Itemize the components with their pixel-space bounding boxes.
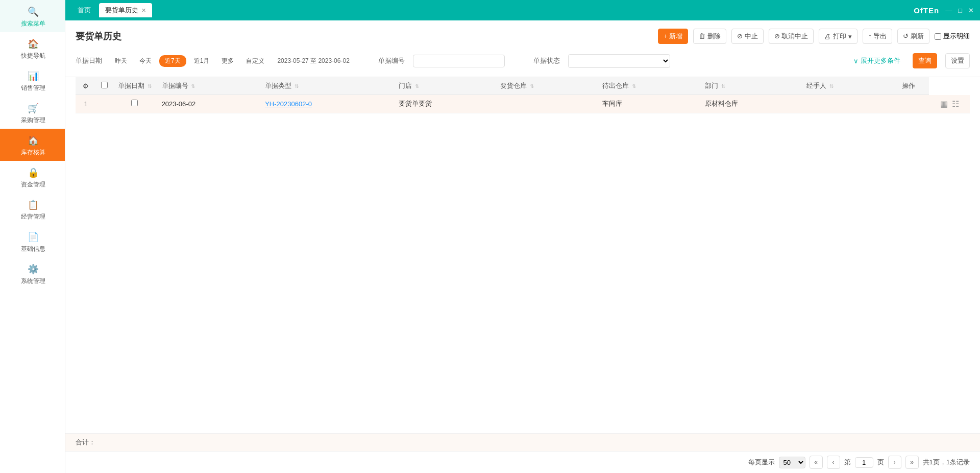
col-pending-warehouse[interactable]: 待出仓库 ⇅	[597, 77, 699, 95]
col-department-label: 部门	[705, 82, 718, 89]
date-btn-today[interactable]: 今天	[135, 55, 156, 67]
date-filter-label: 单据日期	[76, 56, 102, 65]
main-area: 首页 要货单历史 ✕ OfTEn — □ ✕ 要货单历史 + 新增 🗑 删除 ⊘…	[65, 0, 980, 473]
sidebar-item-label: 资金管理	[21, 180, 45, 189]
cancel-stop-button[interactable]: ⊘ 取消中止	[769, 29, 814, 44]
row-checkbox[interactable]	[131, 100, 138, 106]
sidebar-item-label: 采购管理	[21, 116, 45, 125]
sidebar-item-inventory[interactable]: 🏠 库存核算	[0, 129, 65, 161]
row-req-warehouse: 车间库	[597, 95, 699, 113]
page-size-select[interactable]: 10 20 50 100	[779, 457, 805, 468]
expand-label: 展开更多条件	[861, 56, 900, 65]
col-type[interactable]: 单据类型 ⇅	[260, 77, 394, 95]
table-footer: 合计：	[65, 433, 980, 451]
tab-home[interactable]: 首页	[71, 3, 97, 17]
sidebar-item-system[interactable]: ⚙️ 系统管理	[0, 257, 65, 290]
display-detail-checkbox[interactable]	[935, 33, 941, 40]
page-header: 要货单历史 + 新增 🗑 删除 ⊘ 中止 ⊘ 取消中止 🖨 打印 ▾ ↑ 导出 …	[65, 20, 980, 48]
sort-number-icon: ⇅	[191, 83, 195, 89]
sidebar-item-label: 经营管理	[21, 212, 45, 221]
col-number[interactable]: 单据编号 ⇅	[157, 77, 260, 95]
current-page-input[interactable]	[855, 457, 873, 468]
row-checkbox-cell	[113, 95, 157, 113]
sidebar-item-operations[interactable]: 📋 经营管理	[0, 193, 65, 225]
filter-row-1: 单据日期 昨天 今天 近7天 近1月 更多 自定义 2023-05-27 至 2…	[76, 53, 970, 68]
window-minimize-button[interactable]: —	[945, 7, 952, 14]
sidebar-item-sales[interactable]: 📊 销售管理	[0, 64, 65, 97]
col-action: 操作	[888, 77, 929, 95]
select-all-checkbox[interactable]	[101, 82, 108, 88]
sidebar-item-purchase[interactable]: 🛒 采购管理	[0, 97, 65, 129]
col-department[interactable]: 部门 ⇅	[700, 77, 801, 95]
col-store[interactable]: 门店 ⇅	[394, 77, 495, 95]
col-handler[interactable]: 经手人 ⇅	[801, 77, 888, 95]
col-checkbox	[96, 77, 113, 95]
sort-handler-icon: ⇅	[829, 83, 834, 89]
row-date: 2023-06-02	[157, 95, 260, 113]
export-button[interactable]: ↑ 导出	[863, 29, 892, 44]
sidebar-item-label: 库存核算	[21, 148, 45, 157]
col-date[interactable]: 单据日期 ⇅	[113, 77, 157, 95]
sidebar-item-label: 搜索菜单	[21, 19, 45, 28]
window-maximize-button[interactable]: □	[958, 7, 962, 14]
delete-button[interactable]: 🗑 删除	[693, 29, 726, 44]
refresh-button[interactable]: ↺ 刷新	[897, 29, 929, 44]
operations-icon: 📋	[28, 199, 39, 210]
display-detail-label: 显示明细	[935, 32, 970, 41]
print-label: 打印	[833, 32, 846, 41]
sidebar-item-quicknav[interactable]: 🏠 快捷导航	[0, 32, 65, 64]
row-number-link[interactable]: YH-20230602-0	[265, 100, 312, 108]
row-edit-icon[interactable]: ▦	[940, 99, 948, 109]
total-info: 共1页，1条记录	[923, 458, 970, 467]
add-button[interactable]: + 新增	[658, 29, 688, 44]
settings-button[interactable]: 设置	[945, 53, 970, 68]
sort-department-icon: ⇅	[721, 83, 725, 89]
tab-requisition-history[interactable]: 要货单历史 ✕	[99, 3, 152, 17]
window-close-button[interactable]: ✕	[968, 7, 974, 14]
page-size-label: 每页显示	[748, 458, 775, 467]
row-store	[495, 95, 597, 113]
sort-type-icon: ⇅	[295, 83, 299, 89]
row-number: YH-20230602-0	[260, 95, 394, 113]
date-btn-1month[interactable]: 近1月	[189, 55, 214, 67]
pagination: 每页显示 10 20 50 100 « ‹ 第 页 › » 共1页，1条记录	[65, 451, 980, 473]
sales-icon: 📊	[28, 70, 39, 82]
print-dropdown-icon: ▾	[848, 33, 852, 40]
col-req-warehouse[interactable]: 要货仓库 ⇅	[495, 77, 597, 95]
sort-store-icon: ⇅	[415, 83, 419, 89]
doc-number-label: 单据编号	[378, 56, 405, 65]
status-select[interactable]	[568, 54, 670, 68]
col-pending-warehouse-label: 待出仓库	[602, 82, 629, 89]
sort-date-icon: ⇅	[148, 83, 152, 89]
sidebar-item-search[interactable]: 🔍 搜索菜单	[0, 0, 65, 32]
sidebar-item-finance[interactable]: 🔒 资金管理	[0, 161, 65, 193]
tab-close-icon[interactable]: ✕	[141, 7, 146, 14]
date-btn-custom[interactable]: 自定义	[241, 55, 269, 67]
col-settings[interactable]: ⚙	[76, 77, 96, 95]
system-icon: ⚙️	[28, 264, 39, 275]
sort-req-warehouse-icon: ⇅	[530, 83, 534, 89]
date-btn-yesterday[interactable]: 昨天	[110, 55, 132, 67]
expand-more-btn[interactable]: ∨ 展开更多条件	[853, 56, 900, 65]
content-area: 要货单历史 + 新增 🗑 删除 ⊘ 中止 ⊘ 取消中止 🖨 打印 ▾ ↑ 导出 …	[65, 20, 980, 473]
toolbar: + 新增 🗑 删除 ⊘ 中止 ⊘ 取消中止 🖨 打印 ▾ ↑ 导出 ↺ 刷新 显…	[658, 29, 970, 44]
last-page-button[interactable]: »	[905, 456, 919, 469]
prev-page-button[interactable]: ‹	[827, 456, 840, 469]
print-icon: 🖨	[824, 33, 831, 40]
stop-button[interactable]: ⊘ 中止	[731, 29, 764, 44]
print-button[interactable]: 🖨 打印 ▾	[819, 29, 857, 44]
topbar: 首页 要货单历史 ✕ OfTEn — □ ✕	[65, 0, 980, 20]
date-btn-more[interactable]: 更多	[217, 55, 238, 67]
sidebar-item-basic-info[interactable]: 📄 基础信息	[0, 225, 65, 257]
row-pending-warehouse: 原材料仓库	[700, 95, 801, 113]
date-filter-buttons: 昨天 今天 近7天 近1月 更多 自定义	[110, 55, 269, 67]
page-label: 第	[844, 458, 851, 467]
first-page-button[interactable]: «	[810, 456, 823, 469]
row-more-icon[interactable]: ☷	[952, 99, 959, 109]
tab-requisition-label: 要货单历史	[105, 6, 138, 15]
search-button[interactable]: 查询	[913, 53, 937, 68]
date-btn-7days[interactable]: 近7天	[159, 55, 186, 67]
next-page-button[interactable]: ›	[888, 456, 901, 469]
doc-number-input[interactable]	[413, 55, 505, 67]
table-container: ⚙ 单据日期 ⇅ 单据编号 ⇅ 单据类型	[65, 77, 980, 433]
